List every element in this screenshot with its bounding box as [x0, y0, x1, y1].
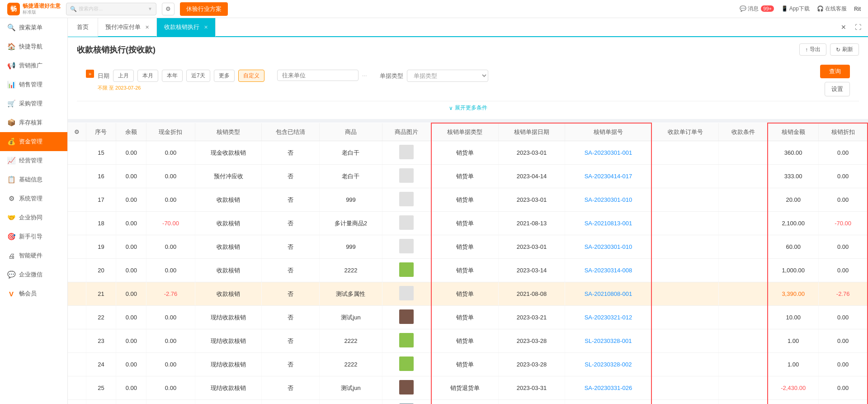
sidebar-item-quick-nav[interactable]: 🏠 快捷导航 [0, 37, 67, 56]
tab-verify-close[interactable]: ✕ [204, 24, 208, 30]
td-verify-bill-type: 销货单 [431, 259, 499, 282]
sales-icon: 📊 [7, 81, 15, 89]
td-row-num: 24 [86, 353, 116, 376]
settings-button[interactable]: 设置 [825, 82, 850, 96]
sidebar-item-collab[interactable]: 🤝 企业协同 [0, 208, 67, 227]
sidebar-item-search[interactable]: 🔍 搜索菜单 [0, 18, 67, 37]
td-include-settled: 否 [262, 259, 320, 282]
date-this-month-btn[interactable]: 本月 [137, 70, 158, 82]
td-product: 999 [320, 188, 382, 212]
tab-verify[interactable]: 收款核销执行 ✕ [157, 18, 216, 37]
date-more-btn[interactable]: 更多 [214, 70, 235, 82]
bill-no-link[interactable]: SA-20230301-010 [585, 243, 632, 250]
td-balance: 0.00 [116, 329, 146, 353]
date-custom-btn[interactable]: 自定义 [238, 70, 264, 82]
bill-no-link[interactable]: SL-20230328-001 [585, 337, 632, 344]
td-cash-discount: 0.00 [146, 376, 195, 400]
td-verify-type: 现结收款核销 [195, 353, 262, 376]
query-button[interactable]: 查询 [820, 65, 850, 78]
td-receipt-condition [719, 353, 768, 376]
td-product: 测试jun [320, 306, 382, 329]
sidebar-item-finance[interactable]: 💰 资金管理 [0, 132, 67, 151]
tab-home[interactable]: 首页 [68, 18, 98, 37]
bill-no-link[interactable]: SA-20230301-010 [585, 196, 632, 203]
refresh-button[interactable]: ↻ 刷新 [830, 43, 859, 56]
member-icon: V [7, 290, 15, 298]
bill-type-select[interactable]: 单据类型 [407, 70, 488, 82]
bill-no-link[interactable]: SA-20210813-001 [585, 220, 632, 227]
td-product: 测试多属性 [320, 282, 382, 306]
th-product: 商品 [320, 123, 382, 141]
industry-solution-button[interactable]: 休验行业方案 [180, 2, 228, 16]
sidebar-item-operations[interactable]: 📈 经营管理 [0, 151, 67, 170]
td-verify-type: 预付冲应收 [195, 165, 262, 188]
tab-prepay[interactable]: 预付冲应付单 ✕ [98, 18, 157, 37]
td-include-settled: 否 [262, 376, 320, 400]
marketing-icon: 📢 [7, 62, 15, 70]
bill-no-link[interactable]: SA-20230314-008 [585, 267, 632, 274]
td-settings [68, 400, 86, 404]
message-btn[interactable]: 💬 消息 99+ [740, 5, 774, 13]
sidebar-item-inventory[interactable]: 📦 库存核算 [0, 113, 67, 132]
th-settings[interactable]: ⚙ [68, 123, 86, 141]
bill-no-link[interactable]: SA-20210808-001 [585, 290, 632, 297]
sidebar-label-wechat: 企业微信 [19, 271, 42, 279]
sidebar-label-sales: 销售管理 [19, 81, 42, 89]
td-verify-amount: 1,000.00 [768, 259, 819, 282]
td-verify-discount: 0.00 [819, 188, 868, 212]
sidebar-item-hardware[interactable]: 🖨 智能硬件 [0, 246, 67, 265]
sidebar-item-purchase[interactable]: 🛒 采购管理 [0, 94, 67, 113]
td-settings [68, 259, 86, 282]
export-button[interactable]: ↑ 导出 [799, 43, 826, 56]
tab-prepay-close[interactable]: ✕ [145, 24, 149, 30]
date-last-month-btn[interactable]: 上月 [113, 70, 134, 82]
td-verify-discount: 0.00 [819, 165, 868, 188]
bill-no-link[interactable]: SL-20230328-002 [585, 361, 632, 368]
td-verify-bill-date: 2023-03-01 [498, 188, 565, 212]
app-download-btn[interactable]: 📱 App下载 [781, 5, 810, 13]
sidebar-item-sales[interactable]: 📊 销售管理 [0, 75, 67, 94]
td-receipt-condition [719, 212, 768, 235]
td-balance: 0.00 [116, 306, 146, 329]
date-7days-btn[interactable]: 近7天 [186, 70, 210, 82]
tab-verify-label: 收款核销执行 [164, 23, 199, 31]
sidebar-item-member[interactable]: V 畅会员 [0, 284, 67, 303]
td-verify-discount: 0.00 [819, 259, 868, 282]
table-row: 17 0.00 0.00 收款核销 否 999 销货单 2023-03-01 S… [68, 188, 868, 212]
bill-no-link[interactable]: SA-20230414-017 [585, 173, 632, 180]
bill-no-link[interactable]: SA-20230301-001 [585, 149, 632, 156]
td-cash-discount: 0.00 [146, 400, 195, 404]
date-this-year-btn[interactable]: 本年 [162, 70, 183, 82]
bill-no-link[interactable]: SA-20230321-012 [585, 314, 632, 321]
sidebar-item-marketing[interactable]: 📢 营销推广 [0, 56, 67, 75]
bill-no-link[interactable]: SA-20230331-026 [585, 385, 632, 391]
date-range-display: 不限 至 2023-07-26 [98, 85, 264, 91]
sidebar: 🔍 搜索菜单 🏠 快捷导航 📢 营销推广 📊 销售管理 🛒 采购管理 📦 库存核… [0, 18, 68, 404]
close-window-button[interactable]: ✕ [837, 21, 850, 33]
td-verify-bill-type: 销货单 [431, 235, 499, 259]
top-bar-left: 畅 畅捷通谱好生意 标准版 🔍 搜索内容... ▼ ⚙ 休验行业方案 [7, 2, 228, 16]
sidebar-item-wechat[interactable]: 💬 企业微信 [0, 265, 67, 284]
sidebar-item-system[interactable]: ⚙ 系统管理 [0, 189, 67, 208]
td-verify-bill-date: 2023-03-14 [498, 259, 565, 282]
filter-collapse-icon[interactable]: » [86, 70, 94, 78]
td-verify-amount: 20.00 [768, 188, 819, 212]
search-bar[interactable]: 🔍 搜索内容... ▼ [66, 3, 156, 15]
counterparty-input[interactable] [277, 70, 359, 81]
refresh-label: 刷新 [842, 46, 853, 53]
td-verify-amount: 2,100.00 [768, 212, 819, 235]
td-include-settled: 否 [262, 400, 320, 404]
sidebar-label-guide: 新手引导 [19, 233, 42, 241]
td-verify-bill-date: 2023-03-28 [498, 329, 565, 353]
sidebar-item-basic-info[interactable]: 📋 基础信息 [0, 170, 67, 189]
td-verify-bill-date: 2021-08-08 [498, 282, 565, 306]
expand-more-button[interactable]: ∨ 展开更多条件 [449, 104, 487, 112]
th-receipt-order-no: 收款单订单号 [651, 123, 719, 141]
td-row-num: 23 [86, 329, 116, 353]
td-product-image [382, 235, 431, 259]
sidebar-item-guide[interactable]: 🎯 新手引导 [0, 227, 67, 246]
settings-icon[interactable]: ⚙ [162, 3, 175, 15]
online-service-btn[interactable]: 🎧 在线客服 [817, 5, 847, 13]
sidebar-label-collab: 企业协同 [19, 214, 42, 222]
maximize-window-button[interactable]: ⛶ [852, 21, 864, 33]
